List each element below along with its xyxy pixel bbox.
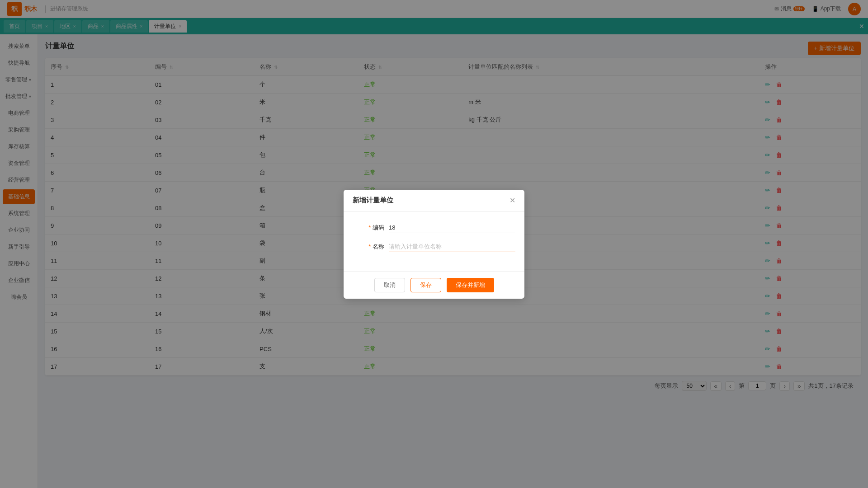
modal-overlay: 新增计量单位 ✕ * 编码 * 名称 取消 保存 保存并新增 xyxy=(0,0,868,488)
modal-header: 新增计量单位 ✕ xyxy=(344,190,524,211)
form-row-name: * 名称 xyxy=(353,241,515,252)
form-code-label: * 编码 xyxy=(353,224,384,232)
modal-close-button[interactable]: ✕ xyxy=(509,196,515,205)
form-name-label: * 名称 xyxy=(353,243,384,251)
form-row-code: * 编码 xyxy=(353,222,515,233)
cancel-button[interactable]: 取消 xyxy=(374,278,405,292)
name-input[interactable] xyxy=(389,241,515,252)
modal-footer: 取消 保存 保存并新增 xyxy=(344,271,524,299)
modal-title: 新增计量单位 xyxy=(353,196,393,205)
save-button[interactable]: 保存 xyxy=(410,278,441,292)
save-and-new-button[interactable]: 保存并新增 xyxy=(447,278,494,292)
required-mark-code: * xyxy=(368,224,371,231)
code-input[interactable] xyxy=(389,222,515,233)
required-mark-name: * xyxy=(368,243,371,250)
add-unit-modal: 新增计量单位 ✕ * 编码 * 名称 取消 保存 保存并新增 xyxy=(344,190,524,299)
modal-body: * 编码 * 名称 xyxy=(344,211,524,271)
